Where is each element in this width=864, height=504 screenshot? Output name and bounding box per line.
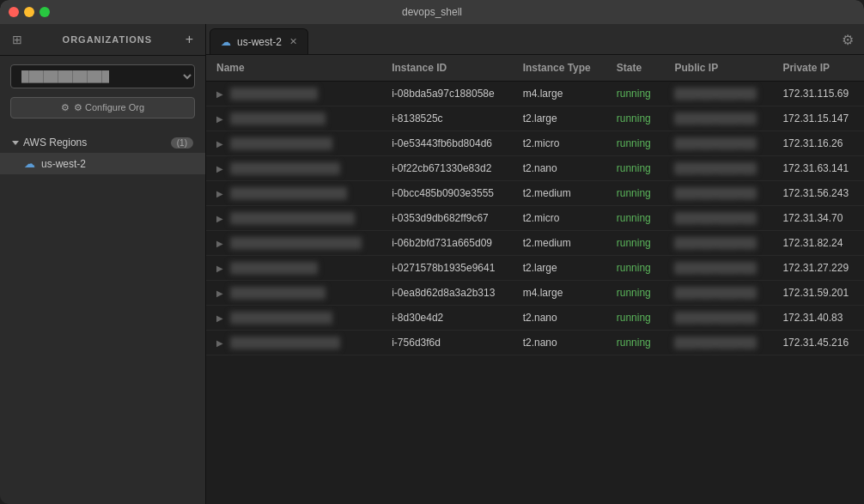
- cell-instance-type: t2.medium: [513, 181, 606, 206]
- cell-instance-id: i-0e53443fb6bd804d6: [381, 131, 512, 156]
- row-expander-icon[interactable]: ▶: [216, 139, 223, 149]
- cell-public-ip: ███.██.███.██: [664, 106, 772, 131]
- table-row[interactable]: ▶██████████████████i-06b2bfd731a665d09t2…: [206, 231, 864, 256]
- row-expander-icon[interactable]: ▶: [216, 164, 223, 173]
- cell-private-ip: 172.31.45.216: [772, 331, 864, 355]
- configure-org-button[interactable]: ⚙ ⚙ Configure Org: [10, 97, 195, 118]
- cell-name: ▶███████████████: [206, 156, 381, 181]
- instance-name: ████████████: [230, 262, 318, 274]
- state-badge: running: [617, 88, 651, 100]
- table-row[interactable]: ▶███████████████i-756d3f6dt2.nanorunning…: [206, 331, 864, 355]
- table-row[interactable]: ▶█████████████i-8138525ct2.largerunning█…: [206, 106, 864, 131]
- instance-name: ██████████████: [230, 137, 332, 149]
- table-body: ▶████████████i-08bda5a97c188058em4.large…: [206, 82, 864, 355]
- region-item-us-west-2[interactable]: ☁ us-west-2: [0, 153, 205, 174]
- table-row[interactable]: ▶██████████████i-0e53443fb6bd804d6t2.mic…: [206, 131, 864, 156]
- tab-label: us-west-2: [237, 36, 282, 48]
- instance-name: ████████████████: [230, 187, 347, 199]
- cell-state: running: [606, 231, 665, 256]
- tab-bar: ☁ us-west-2 ✕ ⚙: [206, 24, 864, 55]
- public-ip-value: ███.██.███.██: [674, 162, 756, 174]
- cell-public-ip: ███.██.███.██: [664, 281, 772, 306]
- cell-name: ▶█████████████: [206, 106, 381, 131]
- table-row[interactable]: ▶█████████████████i-0353d9db682ff9c67t2.…: [206, 206, 864, 231]
- row-expander-icon[interactable]: ▶: [216, 288, 223, 298]
- table-row[interactable]: ▶█████████████i-0ea8d62d8a3a2b313m4.larg…: [206, 281, 864, 306]
- aws-regions-toggle[interactable]: AWS Regions (1): [0, 132, 205, 153]
- col-header-instance-id: Instance ID: [381, 55, 512, 82]
- state-badge: running: [617, 287, 651, 299]
- instance-name: ██████████████████: [230, 237, 362, 249]
- cell-instance-type: t2.large: [513, 256, 606, 281]
- row-expander-icon[interactable]: ▶: [216, 89, 223, 99]
- titlebar: devops_shell: [0, 0, 864, 24]
- row-expander-icon[interactable]: ▶: [216, 338, 223, 348]
- org-selector-container: ████████████: [10, 64, 195, 88]
- traffic-lights: [9, 7, 50, 17]
- window-title: devops_shell: [402, 6, 462, 18]
- cell-name: ▶█████████████: [206, 281, 381, 306]
- cell-state: running: [606, 306, 665, 331]
- state-badge: running: [617, 337, 651, 349]
- cell-private-ip: 172.31.59.201: [772, 281, 864, 306]
- cell-private-ip: 172.31.16.26: [772, 131, 864, 156]
- cell-state: running: [606, 181, 665, 206]
- cell-public-ip: ███.██.███.██: [664, 306, 772, 331]
- state-badge: running: [617, 112, 651, 124]
- cell-state: running: [606, 106, 665, 131]
- gear-icon: ⚙: [61, 102, 70, 113]
- cell-instance-type: t2.micro: [513, 206, 606, 231]
- cell-public-ip: ███.██.███.██: [664, 131, 772, 156]
- instances-table-container: Name Instance ID Instance Type State Pub…: [206, 55, 864, 504]
- instance-name: ████████████: [230, 88, 318, 100]
- maximize-button[interactable]: [40, 7, 50, 17]
- cell-instance-type: t2.micro: [513, 131, 606, 156]
- row-expander-icon[interactable]: ▶: [216, 313, 223, 323]
- table-row[interactable]: ▶███████████████i-0f22cb671330e83d2t2.na…: [206, 156, 864, 181]
- public-ip-value: ███.██.███.██: [674, 262, 756, 274]
- cell-private-ip: 172.31.27.229: [772, 256, 864, 281]
- table-row[interactable]: ▶████████████i-08bda5a97c188058em4.large…: [206, 82, 864, 106]
- main-content: ☁ us-west-2 ✕ ⚙ Name Instance ID Instanc…: [206, 24, 864, 504]
- table-row[interactable]: ▶██████████████i-8d30e4d2t2.nanorunning█…: [206, 306, 864, 331]
- sidebar: ⊞ ORGANIZATIONS + ████████████ ⚙ ⚙ Confi…: [0, 24, 206, 504]
- col-header-private-ip: Private IP: [772, 55, 864, 82]
- cell-instance-id: i-0ea8d62d8a3a2b313: [381, 281, 512, 306]
- minimize-button[interactable]: [24, 7, 34, 17]
- cell-public-ip: ███.██.███.██: [664, 206, 772, 231]
- cell-instance-id: i-0bcc485b0903e3555: [381, 181, 512, 206]
- org-dropdown[interactable]: ████████████: [10, 64, 195, 88]
- close-button[interactable]: [9, 7, 19, 17]
- table-row[interactable]: ▶████████████i-0271578b1935e9641t2.large…: [206, 256, 864, 281]
- public-ip-value: ███.██.███.██: [674, 187, 756, 199]
- row-expander-icon[interactable]: ▶: [216, 114, 223, 124]
- row-expander-icon[interactable]: ▶: [216, 264, 223, 273]
- cell-instance-type: t2.nano: [513, 331, 606, 355]
- cell-instance-type: t2.medium: [513, 231, 606, 256]
- table-header: Name Instance ID Instance Type State Pub…: [206, 55, 864, 82]
- app-body: ⊞ ORGANIZATIONS + ████████████ ⚙ ⚙ Confi…: [0, 24, 864, 504]
- add-org-button[interactable]: +: [186, 33, 193, 46]
- cell-public-ip: ███.██.███.██: [664, 82, 772, 106]
- cell-private-ip: 172.31.56.243: [772, 181, 864, 206]
- tab-us-west-2[interactable]: ☁ us-west-2 ✕: [210, 28, 308, 54]
- tab-close-icon[interactable]: ✕: [289, 36, 297, 47]
- configure-org-label: ⚙ Configure Org: [74, 102, 144, 113]
- cell-private-ip: 172.31.15.147: [772, 106, 864, 131]
- cell-instance-id: i-8d30e4d2: [381, 306, 512, 331]
- cell-name: ▶██████████████: [206, 131, 381, 156]
- settings-gear-icon[interactable]: ⚙: [842, 31, 854, 47]
- cell-instance-id: i-06b2bfd731a665d09: [381, 231, 512, 256]
- cell-state: running: [606, 256, 665, 281]
- cell-state: running: [606, 156, 665, 181]
- public-ip-value: ███.██.███.██: [674, 337, 756, 349]
- cell-private-ip: 172.31.40.83: [772, 306, 864, 331]
- row-expander-icon[interactable]: ▶: [216, 214, 223, 223]
- sidebar-title: ORGANIZATIONS: [63, 34, 152, 45]
- public-ip-value: ███.██.███.██: [674, 137, 756, 149]
- row-expander-icon[interactable]: ▶: [216, 239, 223, 248]
- cell-instance-type: m4.large: [513, 281, 606, 306]
- table-row[interactable]: ▶████████████████i-0bcc485b0903e3555t2.m…: [206, 181, 864, 206]
- row-expander-icon[interactable]: ▶: [216, 189, 223, 198]
- state-badge: running: [617, 312, 651, 324]
